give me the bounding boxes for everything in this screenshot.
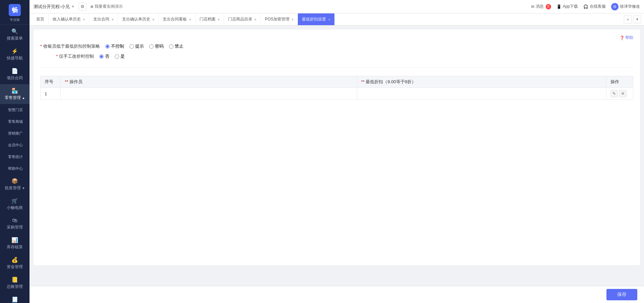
col-header-seq: 序号 <box>41 76 61 88</box>
sidebar-item-ecommerce[interactable]: 🛒 小畅电商 <box>0 194 30 214</box>
cashier-policy-radio-group: 不控制 提示 密码 禁止 <box>105 43 183 49</box>
tab-close-pos-password[interactable]: × <box>291 17 293 21</box>
tab-close-payment-history[interactable]: × <box>152 17 154 21</box>
tabs-close-button[interactable]: × <box>624 15 632 23</box>
sidebar-item-inventory[interactable]: 📊 库存核算 <box>0 234 30 253</box>
ecommerce-icon: 🛒 <box>11 198 18 204</box>
demo-dot-icon <box>91 5 93 8</box>
sidebar-item-retail[interactable]: 🏪 零售管理▲ <box>0 84 30 104</box>
sidebar-item-member[interactable]: 会员中心 <box>0 139 30 151</box>
table-row: 1 ✎ ✕ <box>41 88 633 100</box>
sidebar-item-ledger[interactable]: 📒 总账管理 <box>0 273 30 293</box>
sidebar-item-retail-stats[interactable]: 零售统计 <box>0 151 30 163</box>
tab-pos-password[interactable]: POS加密管理 × <box>261 13 298 26</box>
tab-store-file[interactable]: 门店档案 × <box>196 13 224 26</box>
tab-home[interactable]: 首页 <box>32 13 49 26</box>
sidebar-item-purchase[interactable]: 🛍 采购管理 <box>0 214 30 234</box>
delete-row-button[interactable]: ✕ <box>619 90 627 97</box>
cell-discount <box>357 88 606 100</box>
sidebar-item-smart-store[interactable]: 智慧门店 <box>0 104 30 116</box>
sidebar-item-label: 小畅电商 <box>7 205 23 211</box>
cell-action: ✎ ✕ <box>606 88 633 100</box>
tab-label: 最低折扣设置 <box>302 16 326 22</box>
main-area: 测试分开完程-小兄 ▼ ⚙ 我要看实例演示 ✉ 消息 8 📱 App下载 🎧 在… <box>30 0 644 303</box>
radio-password[interactable]: 密码 <box>149 43 164 49</box>
tab-store-catalog[interactable]: 门店商品目录 × <box>224 13 261 26</box>
cell-operator <box>61 88 357 100</box>
tab-close-min-discount[interactable]: × <box>328 17 330 21</box>
sidebar-item-wholesale[interactable]: 📦 批发管理▼ <box>0 174 30 194</box>
sidebar-item-label: 项目合同 <box>7 75 23 81</box>
notifications-label: 消息 <box>536 4 544 9</box>
sidebar-item-finance[interactable]: 💰 资金管理 <box>0 253 30 273</box>
inventory-icon: 📊 <box>11 237 18 243</box>
radio-remind[interactable]: 提示 <box>129 43 144 49</box>
table-scroll-area: 序号 ** 操作员 ** 最低折扣（9.00等于9折） 操作 1 <box>40 73 633 100</box>
tab-close-payment-contract[interactable]: × <box>111 17 113 21</box>
topbar: 测试分开完程-小兄 ▼ ⚙ 我要看实例演示 ✉ 消息 8 📱 App下载 🎧 在… <box>30 0 644 13</box>
cashier-policy-label: * 收银员低于最低折扣控制策略 <box>40 43 100 49</box>
col-header-operator: ** 操作员 <box>61 76 357 88</box>
radio-no[interactable]: 否 <box>99 53 109 59</box>
sidebar-item-marketing[interactable]: 营销推广 <box>0 128 30 139</box>
demo-link[interactable]: 我要看实例演示 <box>91 4 123 9</box>
tab-close-income-history[interactable]: × <box>83 17 85 21</box>
content-card: ❓ 帮助 * 收银员低于最低折扣控制策略 不控制 <box>34 30 640 265</box>
purchase-icon: 🛍 <box>12 217 17 223</box>
app-download-button[interactable]: 📱 App下载 <box>556 4 578 9</box>
radio-yes[interactable]: 是 <box>115 53 125 59</box>
sidebar: 畅 专业版 🔍 搜索菜单 ⚡ 快捷导航 📄 项目合同 🏪 零售管理▲ 智慧门店 … <box>0 0 30 303</box>
logo-icon: 畅 <box>9 4 21 16</box>
manual-price-row: * 仅手工改价时控制 否 是 <box>40 53 633 59</box>
search-icon: 🔍 <box>11 28 18 35</box>
sidebar-item-label: 采购管理 <box>7 224 23 230</box>
tabs-bar: 首页 收入确认单历史 × 支出合同 × 支出确认单历史 × 支出合同看板 × 门… <box>30 13 644 26</box>
tab-label: 支出合同看板 <box>163 16 187 22</box>
cell-seq: 1 <box>41 88 61 100</box>
finance-icon: 💰 <box>11 257 18 263</box>
form-section: * 收银员低于最低折扣控制策略 不控制 提示 密码 <box>40 43 633 68</box>
tab-close-payment-board[interactable]: × <box>189 17 191 21</box>
tabs-actions: × ▾ <box>624 15 641 23</box>
project-selector[interactable]: 测试分开完程-小兄 ▼ <box>34 4 74 10</box>
invoice-icon: 🧾 <box>11 296 18 303</box>
tab-payment-board[interactable]: 支出合同看板 × <box>159 13 195 26</box>
user-menu[interactable]: 徐 徐泽华修改 <box>611 3 640 10</box>
avatar-icon: 徐 <box>611 3 619 10</box>
wholesale-icon: 📦 <box>11 178 18 184</box>
sidebar-item-retail-mall[interactable]: 零售商城 <box>0 116 30 128</box>
sidebar-item-invoice[interactable]: 🧾 发票管理 <box>0 293 30 303</box>
save-button[interactable]: 保存 <box>606 289 637 300</box>
page-content: ❓ 帮助 * 收银员低于最低折扣控制策略 不控制 <box>30 26 644 286</box>
sidebar-item-quicknav[interactable]: ⚡ 快捷导航 <box>0 45 30 64</box>
tabs-more-button[interactable]: ▾ <box>633 15 641 23</box>
sidebar-item-help-center[interactable]: 帮助中心 <box>0 163 30 174</box>
phone-icon: 📱 <box>556 4 561 9</box>
radio-forbid[interactable]: 禁止 <box>169 43 183 49</box>
tab-income-history[interactable]: 收入确认单历史 × <box>49 13 89 26</box>
notifications-button[interactable]: ✉ 消息 8 <box>531 4 551 9</box>
online-service-button[interactable]: 🎧 在线客服 <box>583 4 606 9</box>
topbar-right: ✉ 消息 8 📱 App下载 🎧 在线客服 徐 徐泽华修改 <box>531 3 640 10</box>
sidebar-item-label: 库存核算 <box>7 244 23 250</box>
tab-payment-contract[interactable]: 支出合同 × <box>89 13 118 26</box>
sidebar-item-label: 零售管理▲ <box>5 95 25 101</box>
tab-close-store-catalog[interactable]: × <box>254 17 256 21</box>
tab-label: 首页 <box>36 16 44 22</box>
tab-min-discount[interactable]: 最低折扣设置 × <box>298 13 334 26</box>
headset-icon: 🎧 <box>583 4 588 9</box>
sidebar-item-search[interactable]: 🔍 搜索菜单 <box>0 25 30 45</box>
sidebar-item-contract[interactable]: 📄 项目合同 <box>0 64 30 84</box>
help-icon: ❓ <box>620 36 625 40</box>
edit-row-button[interactable]: ✎ <box>610 90 618 97</box>
tab-label: 支出合同 <box>93 16 109 22</box>
topbar-settings-button[interactable]: ⚙ <box>78 3 87 11</box>
help-link[interactable]: ❓ 帮助 <box>620 35 633 41</box>
tab-payment-history[interactable]: 支出确认单历史 × <box>118 13 159 26</box>
tab-label: 门店商品目录 <box>228 16 252 22</box>
radio-no-control[interactable]: 不控制 <box>105 43 124 49</box>
tab-close-store-file[interactable]: × <box>218 17 220 21</box>
sidebar-item-label: 总账管理 <box>7 284 23 290</box>
settings-gear-icon: ⚙ <box>80 4 85 9</box>
quicknav-icon: ⚡ <box>11 48 18 54</box>
